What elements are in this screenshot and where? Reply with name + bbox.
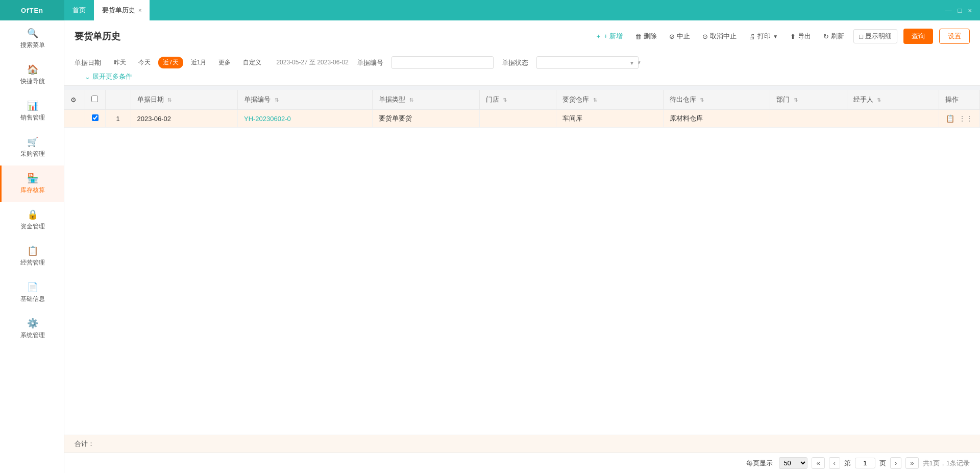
sidebar-item-purchase[interactable]: 🛒 采购管理: [0, 129, 64, 165]
query-button[interactable]: 查询: [903, 29, 933, 44]
doc-number-link[interactable]: YH-20230602-0: [244, 115, 291, 123]
new-button[interactable]: ＋ + 新增: [592, 30, 626, 43]
col-settings[interactable]: ⚙: [64, 90, 85, 110]
col-req-warehouse[interactable]: 要货仓库 ⇅: [556, 90, 663, 110]
expand-more-btn[interactable]: ⌄ 展开更多条件: [75, 72, 970, 81]
sort-doc-number-icon: ⇅: [275, 97, 279, 103]
col-department[interactable]: 部门 ⇅: [770, 90, 847, 110]
date-btn-7days[interactable]: 近7天: [158, 57, 183, 68]
page-title-row: 要货单历史 ＋ + 新增 🗑 删除 ⊘ 中止 ⊙: [75, 29, 970, 44]
sidebar-item-basic-info[interactable]: 📄 基础信息: [0, 274, 64, 311]
row-checkbox[interactable]: [92, 114, 99, 121]
print-button[interactable]: 🖨 打印 ▼: [746, 30, 781, 43]
window-controls: — □ ×: [945, 7, 980, 14]
row-edit-icon[interactable]: 📋: [946, 114, 954, 123]
sidebar-item-quick-nav[interactable]: 🏠 快捷导航: [0, 57, 64, 93]
toolbar: ＋ + 新增 🗑 删除 ⊘ 中止 ⊙ 取消中止: [592, 29, 970, 44]
purchase-icon: 🛒: [27, 136, 38, 148]
doc-number-label: 单据编号: [357, 58, 383, 67]
export-icon: ⬆: [790, 33, 796, 40]
row-doc-date-cell: 2023-06-02: [131, 110, 237, 128]
select-all-checkbox[interactable]: [91, 96, 98, 102]
date-btn-1month[interactable]: 近1月: [186, 57, 211, 68]
basic-info-icon: 📄: [27, 281, 38, 293]
row-more-icon[interactable]: ⋮⋮: [959, 114, 973, 123]
table-area: ⚙ 单据日期 ⇅ 单据编号 ⇅: [64, 90, 980, 435]
home-icon: 🏠: [27, 64, 38, 75]
sort-store-icon: ⇅: [503, 97, 507, 103]
col-doc-type[interactable]: 单据类型 ⇅: [373, 90, 479, 110]
row-department-cell: [770, 110, 847, 128]
row-doc-type-cell: 要货单要货: [373, 110, 479, 128]
row-checkbox-cell[interactable]: [85, 110, 105, 128]
top-bar: OfTEn 首页 要货单历史 × — □ ×: [0, 0, 980, 20]
refresh-button[interactable]: ↻ 刷新: [820, 30, 847, 43]
col-handler[interactable]: 经手人 ⇅: [847, 90, 939, 110]
operations-icon: 📋: [27, 245, 38, 256]
close-btn[interactable]: ×: [968, 7, 972, 14]
row-action-cell: 📋 ⋮⋮: [939, 110, 980, 128]
row-handler-cell: [847, 110, 939, 128]
refresh-icon: ↻: [823, 33, 829, 40]
prev-page-button[interactable]: ‹: [829, 457, 840, 469]
minimize-btn[interactable]: —: [945, 7, 952, 14]
show-detail-button[interactable]: □ 显示明细: [853, 29, 897, 43]
page-suffix: 页: [879, 459, 886, 468]
action-icons: 📋 ⋮⋮: [945, 114, 973, 123]
sidebar-item-finance[interactable]: 🔒 资金管理: [0, 202, 64, 238]
filter-area: 单据日期 昨天 今天 近7天 近1月 更多 自定义 2023-05-27 至 2…: [75, 50, 970, 85]
sidebar-item-search-menu[interactable]: 🔍 搜索菜单: [0, 20, 64, 57]
brand: OfTEn: [0, 0, 64, 20]
settings-button[interactable]: 设置: [939, 29, 970, 44]
checkbox-icon: □: [859, 33, 863, 40]
cancel-suspend-icon: ⊙: [702, 33, 708, 40]
col-pending-warehouse[interactable]: 待出仓库 ⇅: [663, 90, 770, 110]
sort-req-warehouse-icon: ⇅: [593, 97, 597, 103]
col-store[interactable]: 门店 ⇅: [479, 90, 556, 110]
col-doc-number[interactable]: 单据编号 ⇅: [237, 90, 372, 110]
sidebar-item-inventory[interactable]: 🏪 库存核算: [0, 165, 64, 202]
date-btn-yesterday[interactable]: 昨天: [109, 57, 131, 68]
date-btn-more[interactable]: 更多: [214, 57, 235, 68]
delete-icon: 🗑: [635, 33, 642, 40]
sort-doc-date-icon: ⇅: [167, 97, 172, 103]
print-icon: 🖨: [749, 33, 755, 40]
sidebar-item-sales[interactable]: 📊 销售管理: [0, 93, 64, 129]
maximize-btn[interactable]: □: [958, 7, 962, 14]
sidebar-item-system[interactable]: ⚙️ 系统管理: [0, 311, 64, 347]
export-button[interactable]: ⬆ 导出: [787, 30, 814, 43]
doc-status-select[interactable]: [536, 56, 639, 69]
date-range-display: 2023-05-27 至 2023-06-02: [276, 58, 348, 67]
page-number-input[interactable]: [855, 458, 875, 468]
tab-close-icon[interactable]: ×: [138, 7, 141, 13]
data-table: ⚙ 单据日期 ⇅ 单据编号 ⇅: [64, 90, 980, 128]
next-page-button[interactable]: ›: [890, 457, 901, 469]
col-actions: 操作: [939, 90, 980, 110]
cancel-suspend-button[interactable]: ⊙ 取消中止: [699, 30, 740, 43]
sidebar-item-operations[interactable]: 📋 经营管理: [0, 238, 64, 274]
col-checkbox[interactable]: [85, 90, 105, 110]
page-size-label: 每页显示: [746, 459, 773, 468]
first-page-button[interactable]: «: [812, 457, 824, 469]
pagination-bar: 每页显示 10 20 50 100 « ‹ 第 页 › » 共1页，1条记录: [64, 453, 980, 473]
delete-button[interactable]: 🗑 删除: [632, 30, 660, 43]
page-size-select[interactable]: 10 20 50 100: [779, 457, 807, 469]
expand-icon: ⌄: [85, 73, 90, 81]
table-footer: 合计：: [64, 435, 980, 453]
suspend-button[interactable]: ⊘ 中止: [666, 30, 693, 43]
sales-icon: 📊: [27, 100, 38, 111]
col-doc-date[interactable]: 单据日期 ⇅: [131, 90, 237, 110]
doc-number-input[interactable]: [391, 56, 494, 69]
tab-home[interactable]: 首页: [64, 0, 94, 20]
page-header: 要货单历史 ＋ + 新增 🗑 删除 ⊘ 中止 ⊙: [64, 20, 980, 86]
suspend-icon: ⊘: [669, 33, 675, 40]
date-btn-custom[interactable]: 自定义: [238, 57, 266, 68]
tab-order-history[interactable]: 要货单历史 ×: [94, 0, 150, 20]
last-page-button[interactable]: »: [905, 457, 918, 469]
top-tabs: 首页 要货单历史 ×: [64, 0, 945, 20]
sort-doc-type-icon: ⇅: [409, 97, 413, 103]
page-label: 第: [844, 459, 851, 468]
summary-label: 合计：: [75, 440, 94, 447]
row-pending-warehouse-cell: 原材料仓库: [663, 110, 770, 128]
date-btn-today[interactable]: 今天: [134, 57, 155, 68]
